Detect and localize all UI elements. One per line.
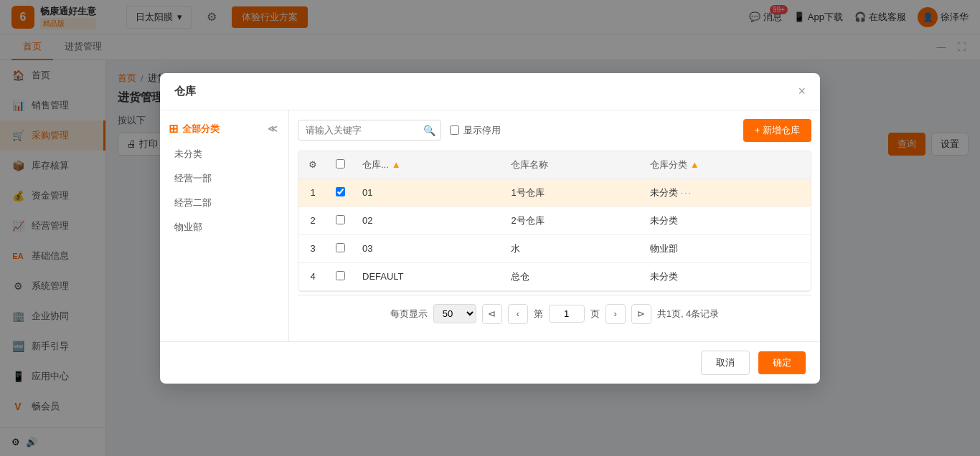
row-check[interactable] [327,179,354,206]
table-head: ⚙ 仓库...▲ 仓库名称 仓库分类▲ [298,151,811,179]
row-actions[interactable]: ··· [680,187,692,198]
modal-overlay[interactable]: 仓库 × ⊞ 全部分类 ≪ 未分类 经营一部 经营二部 物业部 [0,0,980,456]
next-page-btn[interactable]: › [606,304,626,324]
right-panel: 🔍 显示停用 + 新增仓库 ⚙ [289,110,820,341]
pagination: 每页显示 50 100 ⊲ ‹ 第 页 › ⊳ 共1页, 4条记录 [298,295,811,333]
page-label-pre: 第 [534,308,543,320]
warehouse-table: ⚙ 仓库...▲ 仓库名称 仓库分类▲ 1 01 1号仓库 未分类 ··· 2 [298,151,811,292]
dialog-header: 仓库 × [160,73,820,110]
confirm-button[interactable]: 确定 [758,351,806,374]
row-code: 01 [354,179,502,206]
row-num: 3 [298,234,327,262]
table-row[interactable]: 3 03 水 物业部 [298,234,811,262]
page-input[interactable] [549,305,585,323]
prev-page-btn[interactable]: ‹ [508,304,528,324]
category-panel: ⊞ 全部分类 ≪ 未分类 经营一部 经营二部 物业部 [160,110,289,341]
row-checkbox[interactable] [336,215,345,224]
row-category: 未分类 [641,262,811,290]
search-wrap: 🔍 [298,120,441,141]
show-disabled-text: 显示停用 [463,124,501,137]
row-code: 03 [354,234,502,262]
row-code: 02 [354,206,502,234]
th-category: 仓库分类▲ [641,151,811,179]
total-label: 共1页, 4条记录 [657,308,720,320]
row-checkbox[interactable] [336,187,345,196]
row-checkbox[interactable] [336,243,345,252]
row-check[interactable] [327,262,354,290]
dialog-body: ⊞ 全部分类 ≪ 未分类 经营一部 经营二部 物业部 🔍 [160,110,820,341]
cat-item-2[interactable]: 经营二部 [160,191,288,215]
show-disabled-checkbox[interactable] [450,125,459,135]
row-checkbox[interactable] [336,271,345,280]
row-name: 1号仓库 [502,179,641,206]
show-disabled-label[interactable]: 显示停用 [450,124,501,137]
row-name: 2号仓库 [502,206,641,234]
row-category: 物业部 [641,234,811,262]
grid-icon: ⊞ [169,122,178,136]
table-row[interactable]: 1 01 1号仓库 未分类 ··· [298,179,811,206]
cancel-button[interactable]: 取消 [701,351,750,375]
sort-code-icon: ▲ [392,159,401,170]
warehouse-dialog: 仓库 × ⊞ 全部分类 ≪ 未分类 经营一部 经营二部 物业部 [160,73,820,384]
row-num: 1 [298,179,327,206]
all-categories-label: 全部分类 [182,123,220,136]
dialog-close-btn[interactable]: × [798,85,806,98]
search-icon[interactable]: 🔍 [423,125,435,136]
row-num: 4 [298,262,327,290]
dialog-footer: 取消 确定 [160,341,820,384]
th-name: 仓库名称 [502,151,641,179]
row-category: 未分类 [641,206,811,234]
select-all-checkbox[interactable] [336,159,345,168]
cat-item-3[interactable]: 物业部 [160,215,288,239]
last-page-btn[interactable]: ⊳ [631,304,651,324]
th-check [327,151,354,179]
page-label: 页 [590,308,600,320]
per-page-label: 每页显示 [390,308,428,320]
row-name: 水 [502,234,641,262]
table-row[interactable]: 2 02 2号仓库 未分类 [298,206,811,234]
per-page-select[interactable]: 50 100 [433,304,476,323]
row-category: 未分类 ··· [641,179,811,206]
search-bar: 🔍 显示停用 + 新增仓库 [298,119,811,142]
table-row[interactable]: 4 DEFAULT 总仓 未分类 [298,262,811,290]
dialog-title: 仓库 [174,85,196,98]
collapse-btn[interactable]: ≪ [265,122,280,136]
add-warehouse-btn[interactable]: + 新增仓库 [743,119,811,142]
cat-item-0[interactable]: 未分类 [160,142,288,166]
cat-item-1[interactable]: 经营一部 [160,166,288,191]
row-check[interactable] [327,206,354,234]
table-body: 1 01 1号仓库 未分类 ··· 2 02 2号仓库 未分类 3 03 水 物… [298,179,811,290]
row-check[interactable] [327,234,354,262]
first-page-btn[interactable]: ⊲ [482,304,502,324]
row-name: 总仓 [502,262,641,290]
row-code: DEFAULT [354,262,502,290]
row-num: 2 [298,206,327,234]
search-input[interactable] [298,120,441,141]
all-categories-item[interactable]: ⊞ 全部分类 ≪ [160,116,288,142]
th-code: 仓库...▲ [354,151,502,179]
sort-cat-icon: ▲ [690,159,699,170]
table: ⚙ 仓库...▲ 仓库名称 仓库分类▲ 1 01 1号仓库 未分类 ··· 2 [298,151,811,291]
th-gear: ⚙ [298,151,327,179]
